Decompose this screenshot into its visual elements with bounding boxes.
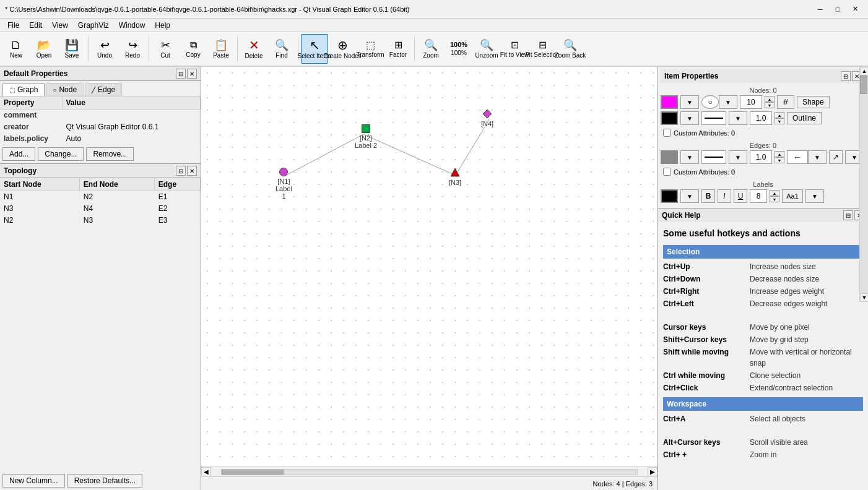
outline-button[interactable]: Outline [787, 112, 822, 124]
menu-edit[interactable]: Edit [24, 20, 47, 31]
font-style-dropdown[interactable]: ▼ [805, 189, 824, 203]
label-color-dropdown[interactable]: ▼ [680, 189, 699, 203]
font-size-up[interactable]: ▲ [770, 190, 779, 196]
edge-stroke-up[interactable]: ▲ [775, 151, 784, 157]
menu-file[interactable]: File [2, 20, 24, 31]
cut-button[interactable]: ✂ Cut [152, 34, 179, 64]
redo-button[interactable]: ↪ Redo [119, 34, 146, 64]
font-bold-btn[interactable]: B [701, 189, 715, 203]
node-size-down[interactable]: ▼ [765, 102, 775, 108]
shape-button[interactable]: Shape [797, 96, 830, 108]
zoom-in-button[interactable]: 🔍 Zoom [417, 34, 445, 64]
prop-value-creator[interactable]: Qt Visual Graph Editor 0.6.1 [62, 121, 201, 133]
menu-view[interactable]: View [47, 20, 73, 31]
scroll-down-btn[interactable]: ▼ [860, 293, 868, 302]
zoom-back-button[interactable]: 🔍 Zoom Back [557, 34, 584, 64]
edge-color-dropdown[interactable]: ▼ [680, 150, 699, 164]
minimize-button[interactable]: ─ [812, 3, 828, 15]
graph-canvas[interactable]: [N1]Label1 [N2]Label 2 [N3] [N4] [201, 67, 658, 466]
factor-button[interactable]: ⊞ Factor [384, 34, 412, 64]
edge-arrow-dropdown[interactable]: ▼ [808, 150, 827, 164]
help-row: Ctrl+Down Decrease nodes size [663, 273, 863, 285]
tab-edge[interactable]: ╱ Edge [85, 83, 122, 96]
hscroll-track[interactable] [221, 469, 638, 475]
close-button[interactable]: ✕ [847, 3, 863, 15]
menu-help[interactable]: Help [150, 20, 175, 31]
menu-window[interactable]: Window [114, 20, 150, 31]
prop-value-labels[interactable]: Auto [62, 133, 201, 145]
menu-graphviz[interactable]: GraphViz [73, 20, 114, 31]
font-underline-btn[interactable]: U [734, 189, 747, 203]
add-button[interactable]: Add... [2, 147, 35, 161]
maximize-button[interactable]: □ [830, 3, 846, 15]
fit-to-view-button[interactable]: ⊡ Fit to View [501, 34, 528, 64]
create-nodes-button[interactable]: ⊕ Create Nodes [329, 34, 356, 64]
open-button[interactable]: 📂 Open [30, 34, 58, 64]
default-properties-panel: Default Properties ⊟ ✕ ⬚ Graph ○ Node ╱ … [0, 67, 201, 164]
tab-node[interactable]: ○ Node [46, 83, 84, 96]
topology-restore-btn[interactable]: ⊟ [176, 166, 186, 176]
prop-value-comment[interactable] [62, 110, 201, 121]
scroll-left-btn[interactable]: ◀ [201, 467, 211, 477]
node-line-style-dropdown[interactable]: ▼ [729, 111, 747, 125]
restore-defaults-button[interactable]: Restore Defaults... [67, 474, 142, 488]
node-outline-dropdown[interactable]: ▼ [680, 111, 699, 125]
hscroll-thumb[interactable] [222, 470, 284, 475]
select-items-button[interactable]: ↖ Select Items [301, 34, 328, 64]
edge-line-style-dropdown[interactable]: ▼ [729, 150, 747, 164]
quick-help-restore-btn[interactable]: ⊟ [843, 210, 853, 220]
new-column-button[interactable]: New Column... [2, 474, 65, 488]
change-button[interactable]: Change... [38, 147, 84, 161]
remove-button[interactable]: Remove... [86, 147, 134, 161]
node-stroke-input[interactable] [750, 111, 772, 125]
edge-direction-btn[interactable]: ↗ [829, 150, 843, 164]
delete-button[interactable]: ✕ Delete [240, 34, 267, 64]
node-shape-dropdown[interactable]: ▼ [719, 95, 737, 109]
list-item[interactable]: N1 N2 E1 [0, 191, 201, 203]
unzoom-button[interactable]: 🔍 Unzoom [473, 34, 500, 64]
scroll-thumb[interactable] [860, 75, 867, 94]
custom-attr-edges-checkbox[interactable] [663, 168, 671, 176]
list-item[interactable]: N2 N3 E3 [0, 215, 201, 226]
node-outline-color[interactable] [661, 111, 678, 125]
default-props-restore-btn[interactable]: ⊟ [176, 69, 186, 79]
node-hash-btn[interactable]: # [777, 95, 794, 109]
item-props-restore-btn[interactable]: ⊟ [841, 71, 851, 81]
scroll-right-btn[interactable]: ▶ [648, 467, 658, 477]
font-italic-btn[interactable]: I [718, 189, 731, 203]
node-fill-dropdown[interactable]: ▼ [680, 95, 699, 109]
default-props-close-btn[interactable]: ✕ [187, 69, 197, 79]
topology-close-btn[interactable]: ✕ [187, 166, 197, 176]
zoom-100-icon: 100% [450, 41, 467, 48]
font-size-input[interactable] [750, 189, 767, 203]
node-n1[interactable]: [N1]Label1 [276, 168, 292, 200]
custom-attr-nodes-checkbox[interactable] [663, 129, 671, 137]
font-size-down[interactable]: ▼ [770, 196, 779, 202]
node-size-up[interactable]: ▲ [765, 96, 775, 102]
label-color[interactable] [661, 189, 678, 203]
node-stroke-up[interactable]: ▲ [775, 112, 784, 118]
zoom-100-button[interactable]: 100% 100% [445, 34, 472, 64]
edge-arrow-style: ← [787, 150, 808, 164]
scroll-up-btn[interactable]: ▲ [860, 67, 868, 75]
font-style-btn[interactable]: Aa1 [782, 189, 803, 203]
edge-color[interactable] [661, 150, 678, 164]
list-item[interactable]: N3 N4 E2 [0, 203, 201, 215]
paste-button[interactable]: 📋 Paste [207, 34, 235, 64]
copy-button[interactable]: ⧉ Copy [180, 34, 207, 64]
node-n2[interactable]: [N2]Label 2 [355, 124, 377, 149]
node-n3[interactable]: [N3] [449, 168, 461, 186]
undo-button[interactable]: ↩ Undo [91, 34, 118, 64]
edge-stroke-down[interactable]: ▼ [775, 157, 784, 163]
fit-selection-button[interactable]: ⊟ Fit Selection [529, 34, 556, 64]
save-button[interactable]: 💾 Save [58, 34, 85, 64]
node-size-input[interactable] [740, 95, 762, 109]
node-n4[interactable]: [N4] [481, 109, 493, 127]
tab-graph[interactable]: ⬚ Graph [2, 83, 45, 96]
edge-stroke-input[interactable] [750, 150, 772, 164]
find-button[interactable]: 🔍 Find [268, 34, 295, 64]
node-stroke-down[interactable]: ▼ [775, 118, 784, 124]
node-fill-color[interactable] [661, 95, 678, 109]
transform-button[interactable]: ⬚ Transform [357, 34, 384, 64]
new-button[interactable]: 🗋 New [2, 34, 30, 64]
